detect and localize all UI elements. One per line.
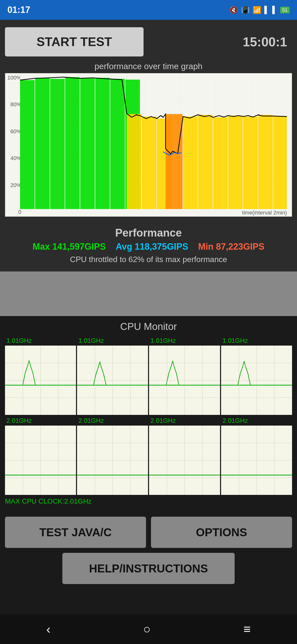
svg-rect-18 (243, 117, 258, 209)
status-icons: 🔇 📳 📶 ▌ ▌ 51 (230, 6, 290, 14)
svg-rect-39 (149, 426, 220, 495)
cpu-row-2: 2.01GHz 2.01GHz 2.01GHz (5, 416, 292, 495)
performance-title: Performance (5, 227, 292, 239)
svg-rect-11 (142, 117, 156, 209)
cpu-monitor-section: CPU Monitor 1.01GHz (0, 316, 297, 512)
performance-stats: Max 141,597GIPS Avg 118,375GIPS Min 87,2… (5, 242, 292, 252)
bottom-buttons: TEST JAVA/C OPTIONS HELP/INSTRUCTIONS (0, 512, 297, 589)
svg-rect-42 (221, 426, 292, 495)
svg-rect-21 (5, 346, 76, 415)
y-label-0: 0 (5, 209, 22, 215)
performance-section: Performance Max 141,597GIPS Avg 118,375G… (0, 224, 297, 272)
signal-icon: ▌ (264, 6, 269, 14)
cpu-cell-5: 2.01GHz (5, 416, 76, 495)
status-bar: 01:17 🔇 📳 📶 ▌ ▌ 51 (0, 0, 297, 20)
max-clock-label: MAX CPU CLOCK:2.01GHz (5, 496, 292, 507)
bottom-nav: ‹ ○ ≡ (0, 614, 297, 644)
timer-display: 15:00:1 (243, 34, 287, 49)
svg-rect-40 (149, 426, 220, 495)
svg-rect-34 (5, 426, 76, 495)
svg-rect-19 (258, 115, 273, 209)
main-area: START TEST 15:00:1 performance over time… (0, 20, 297, 224)
cpu-graph-7 (149, 426, 220, 495)
options-button[interactable]: OPTIONS (151, 517, 292, 548)
home-button[interactable]: ○ (133, 620, 161, 639)
svg-rect-4 (50, 79, 65, 209)
cpu-graph-2 (77, 346, 148, 415)
help-instructions-button[interactable]: HELP/INSTRUCTIONS (62, 553, 235, 584)
svg-rect-8 (110, 79, 125, 209)
svg-rect-37 (77, 426, 148, 495)
cpu-graph-5 (5, 426, 76, 495)
svg-rect-10 (127, 114, 141, 209)
svg-rect-22 (5, 346, 76, 415)
svg-rect-3 (35, 78, 50, 209)
cpu-graph-6 (77, 426, 148, 495)
test-java-c-button[interactable]: TEST JAVA/C (5, 517, 146, 548)
cpu-freq-5: 2.01GHz (5, 416, 76, 426)
menu-button[interactable]: ≡ (233, 620, 260, 639)
start-test-button[interactable]: START TEST (5, 27, 144, 56)
spacer (0, 272, 297, 316)
svg-rect-28 (149, 346, 220, 415)
graph-title: performance over time graph (5, 62, 292, 71)
svg-rect-43 (221, 426, 292, 495)
top-controls: START TEST 15:00:1 (5, 27, 292, 56)
cpu-graph-8 (221, 426, 292, 495)
cpu-cell-1: 1.01GHz (5, 336, 76, 415)
svg-rect-6 (80, 78, 95, 209)
signal2-icon: ▌ (272, 6, 277, 14)
performance-graph-container: performance over time graph 100% 80% 60%… (5, 62, 292, 217)
cpu-monitor-title: CPU Monitor (5, 321, 292, 332)
svg-rect-2 (20, 80, 35, 209)
cpu-freq-4: 1.01GHz (221, 336, 292, 346)
action-button-row: TEST JAVA/C OPTIONS (5, 517, 292, 548)
cpu-freq-8: 2.01GHz (221, 416, 292, 426)
status-time: 01:17 (7, 5, 30, 15)
mute-icon: 🔇 (230, 6, 238, 14)
cpu-cell-3: 1.01GHz (149, 336, 220, 415)
svg-rect-27 (149, 346, 220, 415)
cpu-freq-6: 2.01GHz (77, 416, 148, 426)
svg-rect-30 (221, 346, 292, 415)
svg-rect-33 (5, 426, 76, 495)
graph-wrapper: 100% 80% 60% 40% 20% 0 (5, 73, 292, 217)
stat-min: Min 87,223GIPS (198, 242, 264, 252)
stat-avg: Avg 118,375GIPS (116, 242, 188, 252)
cpu-freq-2: 1.01GHz (77, 336, 148, 346)
svg-rect-7 (95, 78, 110, 209)
cpu-freq-1: 1.01GHz (5, 336, 76, 346)
cpu-cell-8: 2.01GHz (221, 416, 292, 495)
performance-svg (20, 73, 287, 209)
vibrate-icon: 📳 (241, 6, 250, 14)
cpu-row-1: 1.01GHz 1.01GHz (5, 336, 292, 415)
cpu-cell-2: 1.01GHz (77, 336, 148, 415)
svg-rect-24 (77, 346, 148, 415)
back-button[interactable]: ‹ (36, 620, 60, 639)
battery-badge: 51 (280, 7, 290, 14)
svg-rect-13 (166, 114, 183, 209)
svg-rect-5 (65, 77, 80, 209)
cpu-graph-1 (5, 346, 76, 415)
stat-max: Max 141,597GIPS (32, 242, 106, 252)
cpu-graph-3 (149, 346, 220, 415)
throttle-text: CPU throttled to 62% of its max performa… (5, 255, 292, 264)
svg-rect-31 (221, 346, 292, 415)
cpu-cell-4: 1.01GHz (221, 336, 292, 415)
cpu-cell-7: 2.01GHz (149, 416, 220, 495)
svg-rect-16 (213, 118, 228, 209)
wifi-icon: 📶 (253, 6, 261, 14)
svg-rect-20 (273, 116, 287, 209)
cpu-cell-6: 2.01GHz (77, 416, 148, 495)
cpu-freq-3: 1.01GHz (149, 336, 220, 346)
cpu-freq-7: 2.01GHz (149, 416, 220, 426)
svg-rect-15 (198, 115, 213, 209)
svg-rect-25 (77, 346, 148, 415)
svg-rect-17 (228, 116, 243, 209)
cpu-graph-4 (221, 346, 292, 415)
graph-inner (20, 73, 287, 209)
svg-rect-36 (77, 426, 148, 495)
x-axis-label: time(interval 2min) (242, 210, 287, 216)
svg-rect-14 (183, 117, 198, 209)
